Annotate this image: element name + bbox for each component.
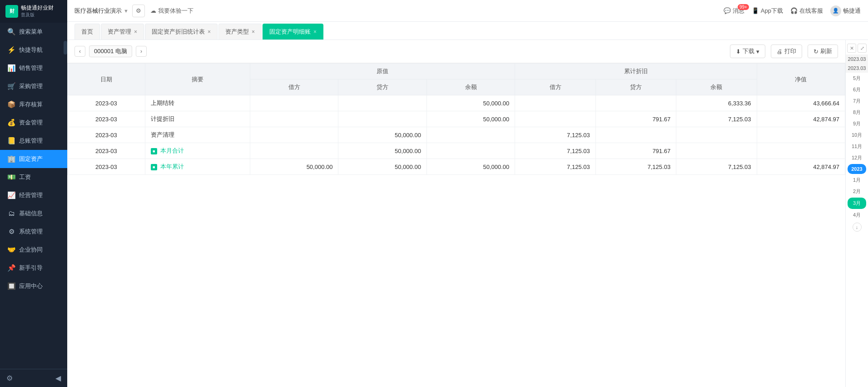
cell-acc-balance: 6,333.36 xyxy=(676,95,757,111)
company-name: 医疗器械行业演示 xyxy=(74,7,122,15)
purchase-icon: 🛒 xyxy=(7,82,15,90)
sidebar-item-fixed-assets[interactable]: 🏢 固定资产 xyxy=(0,150,67,168)
cell-orig-credit: 50,000.00 xyxy=(338,143,427,159)
rp-month-5[interactable]: 5月 xyxy=(846,73,868,84)
sidebar-item-basic[interactable]: 🗂 基础信息 xyxy=(0,204,67,223)
rp-year-marker[interactable]: 2023 xyxy=(848,164,866,174)
tab-asset-detail[interactable]: 固定资产明细账 × xyxy=(263,24,323,40)
tab-close-asset-mgmt[interactable]: × xyxy=(134,29,137,35)
logo-area: 财 畅捷通好业财 普及版 xyxy=(0,0,67,23)
cell-orig-credit: 50,000.00 xyxy=(338,127,427,143)
sidebar-item-purchase[interactable]: 🛒 采购管理 xyxy=(0,77,67,95)
sidebar-item-collab[interactable]: 🤝 企业协同 xyxy=(0,241,67,259)
tab-close-asset-type[interactable]: × xyxy=(252,29,255,35)
cell-acc-debit xyxy=(515,111,595,127)
sidebar-item-apps[interactable]: 🔲 应用中心 xyxy=(0,277,67,295)
cell-orig-credit: 50,000.00 xyxy=(338,159,427,175)
cell-acc-credit xyxy=(595,95,676,111)
sidebar-item-ledger[interactable]: 📒 总账管理 xyxy=(0,132,67,150)
rp-month-2[interactable]: 2月 xyxy=(846,186,868,197)
print-button[interactable]: 🖨 打印 xyxy=(771,45,802,58)
company-selector[interactable]: 医疗器械行业演示 ▼ xyxy=(74,7,129,15)
rp-month-1[interactable]: 1月 xyxy=(846,174,868,186)
rp-month-7[interactable]: 7月 xyxy=(846,95,868,107)
col-accumulated-depreciation: 累计折旧 xyxy=(515,64,757,79)
cell-acc-credit: 791.67 xyxy=(595,111,676,127)
rp-month-12[interactable]: 12月 xyxy=(846,152,868,164)
payroll-icon: 💵 xyxy=(7,173,15,181)
cell-summary: 资产清理 xyxy=(145,127,250,143)
message-button[interactable]: 💬 消息 99+ xyxy=(724,7,744,15)
tab-depreciation-stats[interactable]: 固定资产折旧统计表 × xyxy=(145,24,218,40)
print-icon: 🖨 xyxy=(777,48,783,55)
refresh-button[interactable]: ↻ 刷新 xyxy=(808,45,838,58)
cell-summary: ■ 本年累计 xyxy=(145,159,250,175)
rp-month-8[interactable]: 8月 xyxy=(846,107,868,118)
tab-asset-mgmt[interactable]: 资产管理 × xyxy=(101,24,144,40)
search-icon: 🔍 xyxy=(7,28,15,36)
refresh-icon: ↻ xyxy=(813,48,818,55)
cell-net-value xyxy=(757,143,845,159)
tab-close-depreciation-stats[interactable]: × xyxy=(208,29,211,35)
next-asset-button[interactable]: › xyxy=(136,46,147,57)
company-settings-button[interactable]: ⚙ xyxy=(132,5,145,17)
logo-icon: 财 xyxy=(5,5,18,18)
cell-acc-debit xyxy=(515,95,595,111)
close-panel-button[interactable]: ✕ xyxy=(847,44,856,53)
sidebar-item-operations[interactable]: 📈 经营管理 xyxy=(0,186,67,204)
sidebar-item-quicknav[interactable]: ⚡ 快捷导航 xyxy=(0,41,67,59)
cell-net-value: 43,666.64 xyxy=(757,95,845,111)
tab-home[interactable]: 首页 xyxy=(74,24,100,40)
asset-navigator: ‹ 000001 电脑 › xyxy=(74,45,147,57)
cell-acc-debit: 7,125.03 xyxy=(515,143,595,159)
sidebar-item-payroll[interactable]: 💵 工资 xyxy=(0,168,67,186)
sidebar-item-search[interactable]: 🔍 搜索菜单 xyxy=(0,23,67,41)
settings-icon[interactable]: ⚙ xyxy=(6,374,13,382)
collapse-icon[interactable]: ◀ xyxy=(55,374,61,382)
user-profile[interactable]: 👤 畅捷通 xyxy=(830,5,861,16)
prev-asset-button[interactable]: ‹ xyxy=(74,46,85,57)
tab-asset-type[interactable]: 资产类型 × xyxy=(218,24,262,40)
cell-orig-credit xyxy=(338,111,427,127)
cell-acc-credit: 791.67 xyxy=(595,143,676,159)
rp-month-10[interactable]: 10月 xyxy=(846,129,868,141)
cell-acc-debit: 7,125.03 xyxy=(515,159,595,175)
logo-subtitle: 普及版 xyxy=(21,12,54,18)
inventory-icon: 📦 xyxy=(7,100,15,109)
tabs-bar: 首页 资产管理 × 固定资产折旧统计表 × 资产类型 × 固定资产明细账 × xyxy=(67,22,868,40)
cell-orig-balance xyxy=(427,143,515,159)
cell-orig-balance: 50,000.00 xyxy=(427,111,515,127)
col-original-value: 原值 xyxy=(250,64,515,79)
gear-icon: ⚙ xyxy=(136,7,141,14)
table-row: 2023-03 ■ 本月合计 50,000.00 7,125.03 791.67 xyxy=(68,143,845,159)
sidebar-scrollbar[interactable] xyxy=(64,41,67,55)
expand-panel-button[interactable]: ⤢ xyxy=(858,44,867,53)
service-button[interactable]: 🎧 在线客服 xyxy=(790,7,823,15)
sidebar-item-guide[interactable]: 📌 新手引导 xyxy=(0,259,67,277)
sidebar-item-inventory[interactable]: 📦 库存核算 xyxy=(0,95,67,114)
col-orig-credit: 贷方 xyxy=(338,79,427,95)
cell-date: 2023-03 xyxy=(68,143,145,159)
operations-icon: 📈 xyxy=(7,191,15,199)
rp-down-arrow[interactable]: ↓ xyxy=(853,223,862,232)
rp-month-6[interactable]: 6月 xyxy=(846,84,868,95)
sidebar-item-system[interactable]: ⚙ 系统管理 xyxy=(0,223,67,241)
rp-month-4[interactable]: 4月 xyxy=(846,209,868,221)
sidebar-item-finance[interactable]: 💰 资金管理 xyxy=(0,114,67,132)
rp-month-3-current[interactable]: 3月 xyxy=(848,198,866,209)
download-button[interactable]: ⬇ 下载 ▾ xyxy=(730,45,765,58)
sub-header: ‹ 000001 电脑 › ⬇ 下载 ▾ 🖨 打印 ↻ xyxy=(67,40,845,63)
rp-month-9[interactable]: 9月 xyxy=(846,118,868,129)
finance-icon: 💰 xyxy=(7,119,15,127)
logo-title: 畅捷通好业财 xyxy=(21,5,54,12)
table-container: 日期 摘要 原值 累计折旧 净值 借方 贷方 余额 借方 贷方 余额 xyxy=(67,63,845,387)
app-download-button[interactable]: 📱 App下载 xyxy=(752,7,783,15)
apps-icon: 🔲 xyxy=(7,282,15,290)
rp-month-11[interactable]: 11月 xyxy=(846,141,868,152)
sidebar-item-sales[interactable]: 📊 销售管理 xyxy=(0,59,67,77)
download-chevron-icon: ▾ xyxy=(756,48,759,55)
tab-close-asset-detail[interactable]: × xyxy=(313,29,317,35)
download-icon: ⬇ xyxy=(736,48,741,55)
experience-button[interactable]: ☁ 我要体验一下 xyxy=(150,7,193,15)
cell-net-value xyxy=(757,127,845,143)
